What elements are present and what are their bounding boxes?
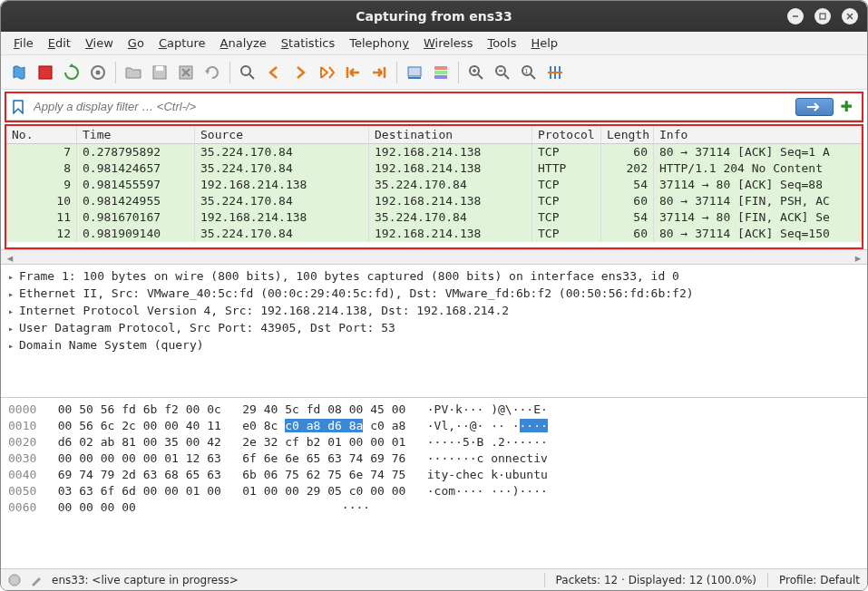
hex-row[interactable]: 0030 00 00 00 00 00 01 12 63 6f 6e 6e 65… bbox=[8, 451, 860, 467]
menubar: File Edit View Go Capture Analyze Statis… bbox=[1, 32, 867, 55]
svg-point-12 bbox=[241, 66, 250, 75]
packet-details[interactable]: Frame 1: 100 bytes on wire (800 bits), 1… bbox=[1, 264, 867, 398]
svg-line-26 bbox=[504, 74, 509, 79]
column-length[interactable]: Length bbox=[601, 127, 654, 143]
add-filter-button[interactable]: ✚ bbox=[837, 98, 856, 115]
svg-line-22 bbox=[478, 74, 483, 79]
column-protocol[interactable]: Protocol bbox=[532, 127, 601, 143]
menu-telephony[interactable]: Telephony bbox=[344, 34, 414, 52]
svg-text:1: 1 bbox=[524, 68, 528, 75]
window-title: Capturing from ens33 bbox=[356, 9, 512, 24]
hex-row[interactable]: 0020 d6 02 ab 81 00 35 00 42 2e 32 cf b2… bbox=[8, 434, 860, 451]
table-row[interactable]: 70.27879589235.224.170.84192.168.214.138… bbox=[6, 144, 862, 160]
packet-list-header: No. Time Source Destination Protocol Len… bbox=[6, 126, 862, 144]
go-last-icon[interactable] bbox=[366, 60, 392, 85]
column-no[interactable]: No. bbox=[6, 127, 77, 143]
restart-capture-icon[interactable] bbox=[59, 60, 84, 85]
menu-tools[interactable]: Tools bbox=[482, 34, 522, 52]
detail-line[interactable]: Ethernet II, Src: VMware_40:5c:fd (00:0c… bbox=[8, 286, 860, 303]
hex-row[interactable]: 0050 03 63 6f 6d 00 00 01 00 01 00 00 29… bbox=[8, 483, 860, 499]
svg-point-6 bbox=[96, 70, 101, 74]
packet-list[interactable]: No. Time Source Destination Protocol Len… bbox=[6, 126, 862, 247]
scroll-left-icon[interactable]: ◂ bbox=[3, 251, 17, 264]
svg-rect-4 bbox=[39, 66, 52, 79]
status-capture: ens33: <live capture in progress> bbox=[52, 574, 239, 586]
close-file-icon[interactable] bbox=[173, 60, 199, 85]
svg-rect-1 bbox=[820, 14, 825, 19]
go-forward-icon[interactable] bbox=[288, 60, 313, 85]
stop-capture-icon[interactable] bbox=[33, 60, 58, 85]
go-first-icon[interactable] bbox=[340, 60, 366, 85]
svg-rect-20 bbox=[434, 75, 447, 79]
menu-capture[interactable]: Capture bbox=[153, 34, 211, 52]
svg-rect-19 bbox=[434, 71, 447, 74]
column-destination[interactable]: Destination bbox=[369, 127, 532, 143]
colorize-icon[interactable] bbox=[428, 60, 454, 85]
svg-rect-8 bbox=[156, 66, 163, 71]
scroll-right-icon[interactable]: ▸ bbox=[851, 251, 865, 264]
column-info[interactable]: Info bbox=[654, 127, 862, 143]
menu-file[interactable]: File bbox=[8, 34, 39, 52]
bookmark-icon[interactable] bbox=[12, 100, 26, 114]
filter-bar: ✚ bbox=[6, 93, 862, 121]
expert-info-icon[interactable] bbox=[8, 574, 21, 586]
save-file-icon[interactable] bbox=[147, 60, 172, 85]
svg-line-13 bbox=[249, 74, 254, 79]
resize-columns-icon[interactable] bbox=[542, 60, 568, 85]
table-row[interactable]: 80.98142465735.224.170.84192.168.214.138… bbox=[6, 160, 862, 177]
reload-icon[interactable] bbox=[200, 60, 225, 85]
hex-row[interactable]: 0060 00 00 00 00 ···· bbox=[8, 499, 860, 516]
menu-view[interactable]: View bbox=[80, 34, 119, 52]
column-source[interactable]: Source bbox=[195, 127, 369, 143]
start-capture-icon[interactable] bbox=[6, 60, 32, 85]
menu-help[interactable]: Help bbox=[525, 34, 563, 52]
hex-row[interactable]: 0000 00 50 56 fd 6b f2 00 0c 29 40 5c fd… bbox=[8, 402, 860, 418]
table-row[interactable]: 100.98142495535.224.170.84192.168.214.13… bbox=[6, 193, 862, 209]
detail-line[interactable]: Domain Name System (query) bbox=[8, 337, 860, 354]
menu-wireless[interactable]: Wireless bbox=[418, 34, 478, 52]
column-time[interactable]: Time bbox=[77, 127, 195, 143]
horizontal-scrollbar[interactable]: ◂ ▸ bbox=[1, 249, 867, 264]
go-to-packet-icon[interactable] bbox=[314, 60, 339, 85]
svg-point-35 bbox=[9, 575, 20, 586]
zoom-reset-icon[interactable]: 1 bbox=[516, 60, 541, 85]
menu-statistics[interactable]: Statistics bbox=[276, 34, 340, 52]
svg-line-29 bbox=[531, 74, 535, 79]
detail-line[interactable]: Internet Protocol Version 4, Src: 192.16… bbox=[8, 303, 860, 320]
detail-line[interactable]: User Datagram Protocol, Src Port: 43905,… bbox=[8, 320, 860, 337]
status-packets: Packets: 12 · Displayed: 12 (100.0%) bbox=[556, 574, 756, 586]
find-packet-icon[interactable] bbox=[235, 60, 260, 85]
hex-row[interactable]: 0010 00 56 6c 2c 00 00 40 11 e0 8c c0 a8… bbox=[8, 418, 860, 434]
statusbar: ens33: <live capture in progress> Packet… bbox=[1, 568, 867, 590]
edit-preferences-icon[interactable] bbox=[30, 574, 43, 586]
svg-rect-16 bbox=[408, 67, 421, 76]
menu-edit[interactable]: Edit bbox=[43, 34, 76, 52]
packet-bytes[interactable]: 0000 00 50 56 fd 6b f2 00 0c 29 40 5c fd… bbox=[1, 398, 867, 568]
svg-rect-18 bbox=[434, 66, 447, 70]
menu-analyze[interactable]: Analyze bbox=[215, 34, 272, 52]
status-profile[interactable]: Profile: Default bbox=[779, 574, 860, 586]
window-maximize-button[interactable] bbox=[814, 8, 831, 24]
capture-options-icon[interactable] bbox=[85, 60, 111, 85]
titlebar: Capturing from ens33 bbox=[1, 1, 867, 32]
toolbar: 1 bbox=[1, 55, 867, 90]
table-row[interactable]: 90.981455597192.168.214.13835.224.170.84… bbox=[6, 177, 862, 193]
table-row[interactable]: 120.98190914035.224.170.84192.168.214.13… bbox=[6, 226, 862, 242]
window-minimize-button[interactable] bbox=[787, 8, 804, 24]
table-row[interactable]: 110.981670167192.168.214.13835.224.170.8… bbox=[6, 209, 862, 226]
auto-scroll-icon[interactable] bbox=[402, 60, 427, 85]
detail-line[interactable]: Frame 1: 100 bytes on wire (800 bits), 1… bbox=[8, 268, 860, 286]
hex-row[interactable]: 0040 69 74 79 2d 63 68 65 63 6b 06 75 62… bbox=[8, 467, 860, 483]
window-close-button[interactable] bbox=[842, 8, 858, 24]
open-file-icon[interactable] bbox=[121, 60, 146, 85]
zoom-in-icon[interactable] bbox=[463, 60, 489, 85]
zoom-out-icon[interactable] bbox=[490, 60, 515, 85]
go-back-icon[interactable] bbox=[261, 60, 287, 85]
apply-filter-button[interactable] bbox=[795, 98, 834, 116]
menu-go[interactable]: Go bbox=[122, 34, 150, 52]
display-filter-input[interactable] bbox=[30, 97, 792, 117]
